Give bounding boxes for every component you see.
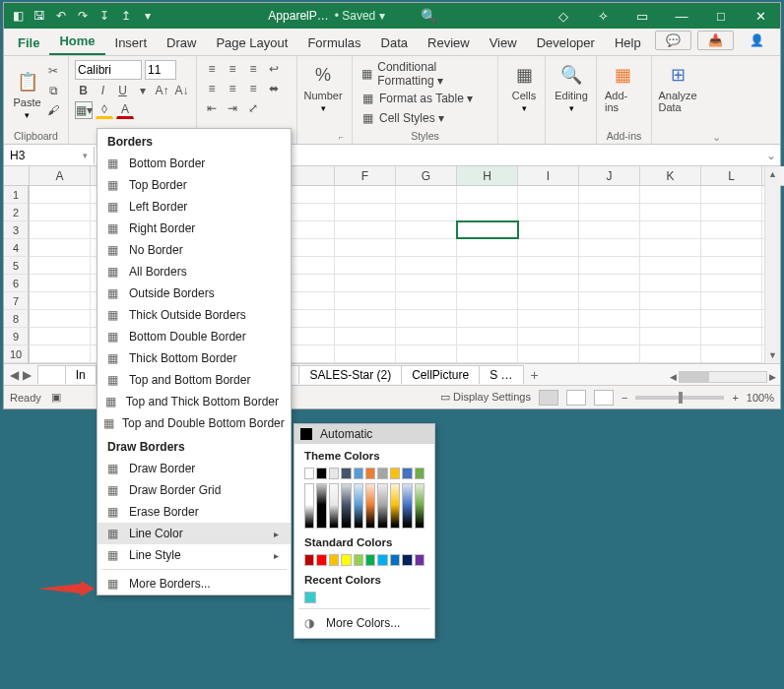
sheet-nav-prev[interactable]: ◀: [10, 368, 19, 382]
column-header[interactable]: H: [457, 166, 518, 186]
column-header[interactable]: G: [396, 166, 457, 186]
cell[interactable]: [30, 186, 91, 203]
column-header[interactable]: A: [30, 166, 91, 186]
copy-icon[interactable]: ⧉: [44, 82, 62, 99]
color-swatch[interactable]: [365, 468, 375, 479]
cell[interactable]: [701, 186, 762, 203]
increase-indent-icon[interactable]: ⇥: [224, 99, 241, 117]
number-format-button[interactable]: % Number ▾: [303, 60, 343, 115]
sheet-tab[interactable]: In: [65, 365, 97, 384]
decrease-indent-icon[interactable]: ⇤: [203, 99, 221, 117]
cell[interactable]: [518, 328, 579, 344]
zoom-slider[interactable]: [635, 396, 724, 400]
tab-draw[interactable]: Draw: [157, 30, 206, 55]
cell[interactable]: [457, 239, 518, 256]
align-middle-icon[interactable]: ≡: [224, 60, 241, 78]
color-shade-column[interactable]: [354, 483, 363, 529]
cell[interactable]: [518, 310, 579, 327]
cell[interactable]: [640, 186, 701, 203]
menu-item[interactable]: ▦All Borders: [98, 261, 291, 282]
cell[interactable]: [335, 292, 396, 309]
cell[interactable]: [640, 275, 701, 291]
maximize-icon[interactable]: □: [701, 3, 741, 29]
underline-icon[interactable]: U: [114, 82, 131, 99]
sparkle-icon[interactable]: ✧: [583, 3, 622, 29]
cell[interactable]: [396, 186, 457, 203]
cell[interactable]: [701, 257, 762, 274]
cell[interactable]: [640, 310, 701, 327]
redo-icon[interactable]: ↷: [75, 8, 91, 24]
menu-item[interactable]: ▦Left Border: [98, 196, 291, 218]
close-icon[interactable]: ✕: [741, 3, 780, 29]
cell[interactable]: [701, 275, 762, 291]
select-all-corner[interactable]: [4, 166, 30, 186]
menu-item[interactable]: ▦Draw Border Grid: [98, 479, 291, 501]
color-shade-column[interactable]: [390, 483, 400, 529]
shrink-font-icon[interactable]: A↓: [173, 82, 190, 99]
cell[interactable]: [457, 186, 518, 203]
expand-formula-icon[interactable]: ⌄: [762, 149, 780, 162]
cell[interactable]: [640, 204, 701, 220]
color-shade-column[interactable]: [341, 483, 351, 529]
cell[interactable]: [518, 257, 579, 274]
cell[interactable]: [335, 204, 396, 220]
font-size[interactable]: [145, 60, 176, 80]
cell[interactable]: [701, 221, 762, 238]
undo-icon[interactable]: ↶: [53, 8, 69, 24]
scroll-up-icon[interactable]: ▲: [765, 166, 780, 182]
menu-item[interactable]: ▦Outside Borders: [98, 282, 291, 304]
cell-styles-button[interactable]: Cell Styles ▾: [379, 111, 444, 125]
diamond-icon[interactable]: ◇: [544, 3, 583, 29]
cell[interactable]: [579, 310, 640, 327]
border-dropdown-icon[interactable]: ▾: [134, 82, 151, 99]
row-header[interactable]: 5: [4, 257, 29, 275]
horizontal-scrollbar[interactable]: [679, 371, 767, 383]
new-sheet-button[interactable]: +: [523, 367, 547, 383]
zoom-level[interactable]: 100%: [747, 392, 774, 404]
color-swatch[interactable]: [365, 554, 375, 566]
menu-item[interactable]: ▦No Border: [98, 239, 291, 261]
cell[interactable]: [701, 310, 762, 327]
color-swatch[interactable]: [354, 554, 363, 566]
column-header[interactable]: F: [335, 166, 396, 186]
fill-color-icon[interactable]: ◊: [96, 101, 113, 119]
cell[interactable]: [701, 328, 762, 344]
cell[interactable]: [701, 239, 762, 256]
paste-button[interactable]: 📋 Paste ▾: [10, 60, 44, 129]
sheet-nav-next[interactable]: ▶: [23, 368, 32, 382]
cell[interactable]: [457, 310, 518, 327]
cell[interactable]: [335, 221, 396, 238]
color-shade-column[interactable]: [304, 483, 314, 529]
color-swatch[interactable]: [329, 554, 339, 566]
color-swatch[interactable]: [316, 468, 326, 479]
cell[interactable]: [701, 292, 762, 309]
zoom-in-icon[interactable]: +: [732, 392, 738, 404]
color-shade-column[interactable]: [377, 483, 387, 529]
color-swatch[interactable]: [415, 554, 425, 566]
format-painter-icon[interactable]: 🖌: [44, 101, 62, 119]
view-normal-icon[interactable]: [539, 390, 558, 406]
font-color-icon[interactable]: A: [116, 101, 134, 119]
align-center-icon[interactable]: ≡: [224, 80, 241, 97]
cell[interactable]: [396, 292, 457, 309]
align-right-icon[interactable]: ≡: [244, 80, 262, 97]
qat-sort-desc-icon[interactable]: ↥: [118, 8, 134, 24]
column-header[interactable]: J: [579, 166, 640, 186]
qat-sort-asc-icon[interactable]: ↧: [97, 8, 112, 24]
color-swatch[interactable]: [402, 554, 412, 566]
cell[interactable]: [30, 292, 91, 309]
cell[interactable]: [579, 345, 640, 362]
autosave-icon[interactable]: ◧: [10, 8, 26, 24]
color-shade-column[interactable]: [415, 483, 425, 529]
cell[interactable]: [457, 257, 518, 274]
menu-item[interactable]: ▦Top and Bottom Border: [98, 369, 291, 391]
tab-page-layout[interactable]: Page Layout: [206, 30, 297, 55]
more-colors-item[interactable]: ◑More Colors...: [294, 612, 434, 634]
cell[interactable]: [640, 239, 701, 256]
format-as-table-button[interactable]: Format as Table ▾: [379, 92, 473, 105]
scroll-down-icon[interactable]: ▼: [765, 347, 780, 363]
menu-item[interactable]: ▦Line Color▸: [98, 523, 291, 544]
row-header[interactable]: 1: [4, 186, 29, 204]
row-header[interactable]: 9: [4, 328, 29, 345]
hscroll-left-icon[interactable]: ◀: [670, 372, 677, 382]
